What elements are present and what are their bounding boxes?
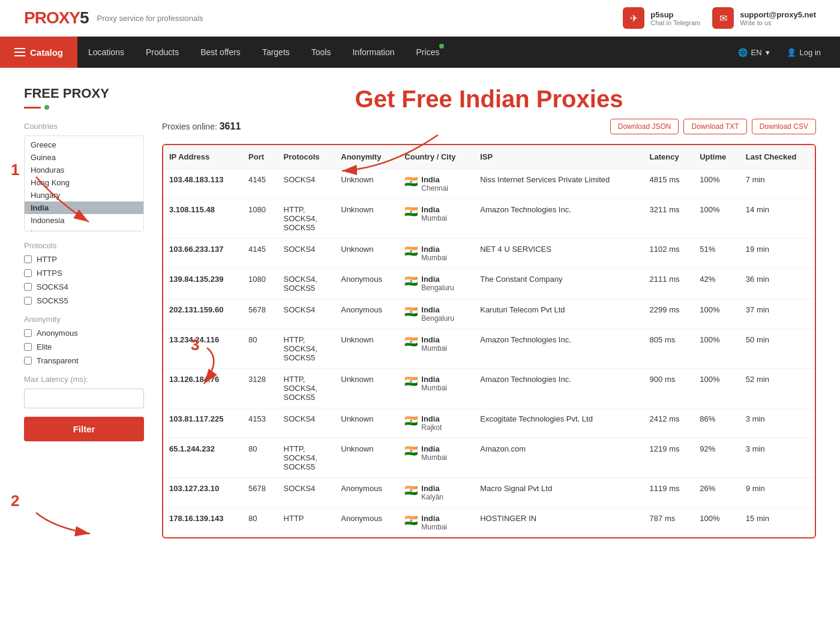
city-name: Mumbai bbox=[421, 344, 447, 353]
catalog-button[interactable]: Catalog bbox=[0, 37, 77, 68]
cell-anonymity: Unknown bbox=[335, 199, 398, 239]
anon-elite-checkbox[interactable] bbox=[24, 343, 32, 351]
table-row[interactable]: 3.108.115.481080HTTP, SOCKS4, SOCKS5Unkn… bbox=[163, 199, 815, 239]
col-latency: Latency bbox=[644, 145, 694, 169]
cell-latency: 4815 ms bbox=[644, 169, 694, 199]
hamburger-icon bbox=[14, 48, 25, 56]
table-row[interactable]: 202.131.159.605678SOCKS4Anonymous 🇮🇳 Ind… bbox=[163, 299, 815, 329]
protocol-socks5[interactable]: SOCKS5 bbox=[24, 296, 144, 305]
protocol-https[interactable]: HTTPS bbox=[24, 269, 144, 278]
cell-protocols: SOCKS4 bbox=[278, 239, 335, 269]
catalog-label: Catalog bbox=[30, 47, 63, 58]
cell-uptime: 26% bbox=[694, 478, 740, 508]
country-guinea[interactable]: Guinea bbox=[25, 151, 143, 164]
table-row[interactable]: 103.48.183.1134145SOCKS4Unknown 🇮🇳 India… bbox=[163, 169, 815, 199]
cell-country: 🇮🇳 India Kalyān bbox=[398, 478, 474, 508]
table-row[interactable]: 13.234.24.11680HTTP, SOCKS4, SOCKS5Unkno… bbox=[163, 329, 815, 369]
table-row[interactable]: 103.127.23.105678SOCKS4Anonymous 🇮🇳 Indi… bbox=[163, 478, 815, 508]
country-hongkong[interactable]: Hong Kong bbox=[25, 176, 143, 189]
title-line bbox=[24, 107, 41, 109]
login-button[interactable]: 👤 Log in bbox=[779, 44, 828, 61]
cell-isp: Amazon Technologies Inc. bbox=[474, 329, 643, 369]
table-row[interactable]: 139.84.135.2391080SOCKS4, SOCKS5Anonymou… bbox=[163, 269, 815, 299]
cell-isp: Karuturi Telecom Pvt Ltd bbox=[474, 299, 643, 329]
protocol-socks4-checkbox[interactable] bbox=[24, 283, 32, 291]
cell-protocols: SOCKS4 bbox=[278, 478, 335, 508]
download-txt-button[interactable]: Download TXT bbox=[683, 119, 746, 134]
cell-latency: 1219 ms bbox=[644, 438, 694, 478]
cell-uptime: 86% bbox=[694, 408, 740, 438]
cell-port: 3128 bbox=[242, 369, 278, 408]
table-row[interactable]: 65.1.244.23280HTTP, SOCKS4, SOCKS5Unknow… bbox=[163, 438, 815, 478]
latency-input[interactable] bbox=[24, 389, 144, 408]
cell-country: 🇮🇳 India Mumbai bbox=[398, 508, 474, 538]
anon-anonymous-checkbox[interactable] bbox=[24, 329, 32, 337]
protocol-http-checkbox[interactable] bbox=[24, 255, 32, 263]
col-anonymity: Anonymity bbox=[335, 145, 398, 169]
nav-best-offers[interactable]: Best offers bbox=[190, 37, 251, 68]
email-icon: ✉ bbox=[712, 7, 734, 29]
city-name: Bengaluru bbox=[421, 314, 454, 323]
table-row[interactable]: 13.126.184.763128HTTP, SOCKS4, SOCKS5Unk… bbox=[163, 369, 815, 408]
col-isp: ISP bbox=[474, 145, 643, 169]
cell-ip: 3.108.115.48 bbox=[169, 205, 215, 214]
email-contact[interactable]: ✉ support@proxy5.net Write to us bbox=[712, 7, 816, 29]
city-name: Mumbai bbox=[421, 453, 447, 462]
country-greece[interactable]: Greece bbox=[25, 139, 143, 151]
cell-protocols: SOCKS4, SOCKS5 bbox=[278, 269, 335, 299]
city-name: Rajkot bbox=[421, 423, 442, 432]
cell-ip: 103.66.233.137 bbox=[169, 245, 223, 254]
cell-latency: 1119 ms bbox=[644, 478, 694, 508]
cell-port: 4145 bbox=[242, 239, 278, 269]
protocol-socks4[interactable]: SOCKS4 bbox=[24, 282, 144, 291]
country-name: India bbox=[421, 414, 442, 423]
country-hungary[interactable]: Hungary bbox=[25, 189, 143, 201]
nav-information[interactable]: Information bbox=[341, 37, 405, 68]
nav-locations[interactable]: Locations bbox=[77, 37, 135, 68]
nav-tools[interactable]: Tools bbox=[301, 37, 342, 68]
country-india[interactable]: India bbox=[25, 201, 143, 214]
anon-anonymous[interactable]: Anonymous bbox=[24, 329, 144, 338]
col-uptime: Uptime bbox=[694, 145, 740, 169]
nav-prices[interactable]: Prices bbox=[406, 37, 451, 68]
nav-products[interactable]: Products bbox=[135, 37, 190, 68]
cell-isp: The Constant Company bbox=[474, 269, 643, 299]
cell-protocols: HTTP, SOCKS4, SOCKS5 bbox=[278, 438, 335, 478]
cell-anonymity: Unknown bbox=[335, 438, 398, 478]
cell-ip: 202.131.159.60 bbox=[169, 305, 223, 314]
cell-latency: 2299 ms bbox=[644, 299, 694, 329]
anonymity-label: Anonymity bbox=[24, 315, 144, 324]
cell-protocols: SOCKS4 bbox=[278, 169, 335, 199]
cell-protocols: HTTP bbox=[278, 508, 335, 538]
download-json-button[interactable]: Download JSON bbox=[610, 119, 679, 134]
cell-port: 5678 bbox=[242, 478, 278, 508]
download-csv-button[interactable]: Download CSV bbox=[752, 119, 816, 134]
anon-elite[interactable]: Elite bbox=[24, 342, 144, 351]
protocol-http[interactable]: HTTP bbox=[24, 255, 144, 264]
protocol-https-checkbox[interactable] bbox=[24, 269, 32, 277]
table-row[interactable]: 178.16.139.14380HTTPAnonymous 🇮🇳 India M… bbox=[163, 508, 815, 538]
table-row[interactable]: 103.66.233.1374145SOCKS4Unknown 🇮🇳 India… bbox=[163, 239, 815, 269]
protocol-socks5-checkbox[interactable] bbox=[24, 297, 32, 305]
flag-icon: 🇮🇳 bbox=[404, 416, 418, 426]
col-country: Country / City bbox=[398, 145, 474, 169]
nav-targets[interactable]: Targets bbox=[251, 37, 301, 68]
table-row[interactable]: 103.81.117.2254153SOCKS4Unknown 🇮🇳 India… bbox=[163, 408, 815, 438]
cell-protocols: SOCKS4 bbox=[278, 299, 335, 329]
country-honduras[interactable]: Honduras bbox=[25, 164, 143, 176]
cell-port: 4145 bbox=[242, 169, 278, 199]
cell-latency: 1102 ms bbox=[644, 239, 694, 269]
filter-button[interactable]: Filter bbox=[24, 417, 144, 441]
logo[interactable]: PROXY5 bbox=[24, 8, 89, 28]
language-selector[interactable]: 🌐 EN ▾ bbox=[731, 44, 777, 61]
cell-port: 80 bbox=[242, 329, 278, 369]
city-name: Mumbai bbox=[421, 254, 447, 262]
telegram-contact[interactable]: ✈ p5sup Chat in Telegram bbox=[623, 7, 700, 29]
country-list[interactable]: Greece Guinea Honduras Hong Kong Hungary… bbox=[24, 136, 144, 231]
anon-transparent-checkbox[interactable] bbox=[24, 357, 32, 365]
cell-ip: 13.126.184.76 bbox=[169, 375, 219, 384]
anon-transparent[interactable]: Transparent bbox=[24, 356, 144, 365]
country-iran[interactable]: Iran bbox=[25, 227, 143, 231]
city-name: Bengaluru bbox=[421, 284, 454, 292]
country-indonesia[interactable]: Indonesia bbox=[25, 214, 143, 227]
